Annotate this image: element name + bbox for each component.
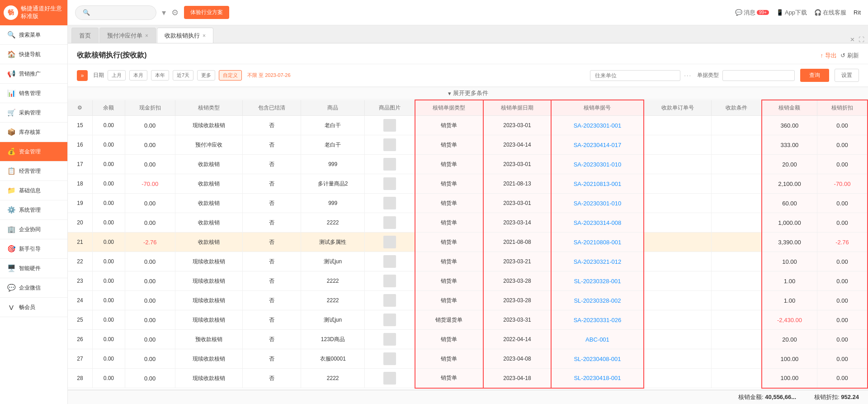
sidebar-item-member[interactable]: V 畅会员 [0,298,67,317]
filter-7days[interactable]: 近7天 [173,70,193,81]
tab-prepay[interactable]: 预付冲应付单 × [99,28,156,43]
cell-receipt-order [644,252,712,271]
report-no-link[interactable]: SA-20210813-001 [574,181,622,187]
filter-this-month[interactable]: 本月 [129,70,147,81]
filter-custom[interactable]: 自定义 [219,70,242,81]
cell-report-no: SL-20230408-001 [551,349,643,369]
tab-writeoff[interactable]: 收款核销执行 × [157,28,213,43]
cell-goods-image [364,213,415,233]
cell-balance: 0.00 [92,116,125,135]
report-no-link[interactable]: SL-20230328-001 [574,278,621,285]
partner-input[interactable] [590,70,680,81]
col-include-settled: 包含已结清 [242,100,301,116]
cell-cash-discount: 0.00 [125,252,175,271]
sidebar-item-inventory[interactable]: 📦 库存核算 [0,123,67,142]
sidebar-item-system[interactable]: ⚙️ 系统管理 [0,200,67,220]
online-service[interactable]: 🎧 在线客服 [814,9,846,17]
cell-include-settled: 否 [242,291,301,310]
app-download[interactable]: 📱 App下载 [776,9,807,17]
table-row: 28 0.00 0.00 现续收款核销 否 2222 销货单 2023-04-1… [68,369,868,388]
sidebar-item-wechat[interactable]: 💬 企业微信 [0,278,67,298]
cell-receipt-order [644,155,712,174]
user-label[interactable]: Rit [854,9,861,16]
cell-no: 23 [68,271,92,291]
settings-btn[interactable]: 设置 [835,69,859,82]
sidebar-item-basic-info[interactable]: 📁 基础信息 [0,181,67,200]
sidebar-item-newbie[interactable]: 🎯 新手引导 [0,239,67,259]
cell-include-settled: 否 [242,310,301,330]
filter-this-year[interactable]: 本年 [151,70,169,81]
table-row: 27 0.00 0.00 现续收款核销 否 衣服00001 销货单 2023-0… [68,349,868,369]
sidebar-item-sales[interactable]: 📊 销售管理 [0,84,67,103]
finance-label: 资金管理 [19,148,41,156]
cell-balance: 0.00 [92,155,125,174]
cell-no: 22 [68,252,92,271]
report-no-link[interactable]: SA-20230301-010 [574,200,622,207]
filter-last-month[interactable]: 上月 [108,70,126,81]
cell-writeoff-type: 收款核销 [175,174,242,194]
tab-fullscreen-icon[interactable]: ⛶ [859,36,864,43]
cell-writeoff-type: 收款核销 [175,213,242,233]
page-title: 收款核销执行(按收款) [77,51,147,60]
col-writeoff-discount: 核销折扣 [817,100,868,116]
sidebar-item-finance[interactable]: 💰 资金管理 [0,142,67,162]
cell-goods-image [364,252,415,271]
cell-cash-discount: -70.00 [125,174,175,194]
sidebar-item-smart-hw[interactable]: 🖥️ 智能硬件 [0,259,67,278]
report-no-link[interactable]: SA-20230314-008 [574,219,622,226]
report-no-link[interactable]: ABC-001 [585,336,609,343]
cell-receipt-condition [712,135,762,155]
settings-icon[interactable]: ⚙ [171,8,179,18]
main-area: 🔍 ▾ ⚙ 体验行业方案 💬 消息 99+ 📱 App下载 🎧 在线客服 Rit [68,0,868,404]
tab-home[interactable]: 首页 [71,28,99,43]
cell-include-settled: 否 [242,174,301,194]
col-gear[interactable]: ⚙ [68,100,92,116]
cell-receipt-order [644,116,712,135]
system-label: 系统管理 [19,206,41,214]
cell-include-settled: 否 [242,369,301,388]
export-btn[interactable]: ↑ 导出 [821,52,837,60]
report-no-link[interactable]: SL-20230408-001 [574,356,621,362]
logo-text: 畅捷通道好生意 标准版 [21,5,62,20]
sidebar-item-business[interactable]: 📋 经营管理 [0,162,67,181]
dropdown-icon[interactable]: ▾ [162,8,166,18]
sidebar-item-marketing[interactable]: 📢 营销推广 [0,64,67,84]
cell-report-no: SA-20230331-026 [551,310,643,330]
report-no-link[interactable]: SA-20230321-012 [574,258,622,265]
industry-btn[interactable]: 体验行业方案 [184,6,229,19]
query-btn[interactable]: 查询 [800,69,829,82]
report-no-link[interactable]: SA-20230331-026 [574,317,622,323]
sidebar-item-quick-nav[interactable]: 🏠 快捷导航 [0,45,67,64]
doc-type-select[interactable] [722,70,795,81]
cell-writeoff-discount: -70.00 [817,174,868,194]
report-no-link[interactable]: SA-20230301-010 [574,161,622,168]
cell-include-settled: 否 [242,194,301,213]
sidebar-item-purchase[interactable]: 🛒 采购管理 [0,103,67,123]
report-no-link[interactable]: SL-20230418-001 [574,375,621,381]
expand-bar[interactable]: ▾ 展开更多条件 [68,87,868,100]
cell-cash-discount: 0.00 [125,349,175,369]
cell-report-type: 销货单 [415,330,483,349]
tab-prepay-close[interactable]: × [145,33,148,39]
tab-writeoff-close[interactable]: × [203,33,206,39]
cell-goods-image [364,349,415,369]
message-area[interactable]: 💬 消息 99+ [735,9,769,17]
cell-report-type: 销货单 [415,271,483,291]
filter-more[interactable]: 更多 [197,70,215,81]
cell-goods: 测试jun [301,252,365,271]
report-no-link[interactable]: SL-20230328-002 [574,297,621,304]
report-no-link[interactable]: SA-20230301-001 [574,122,622,129]
enterprise-icon: 🏢 [7,225,15,233]
cell-balance: 0.00 [92,252,125,271]
report-no-link[interactable]: SA-20210808-001 [574,239,622,246]
report-no-link[interactable]: SA-20230414-017 [574,142,622,148]
cell-report-no: SA-20230301-010 [551,155,643,174]
refresh-btn[interactable]: ↺ 刷新 [840,52,859,60]
tab-close-all-icon[interactable]: ✕ [850,36,855,43]
col-cash-discount: 现金折扣 [125,100,175,116]
partner-dots[interactable]: ··· [684,72,692,79]
cell-writeoff-type: 预付冲应收 [175,135,242,155]
sidebar-item-search[interactable]: 🔍 搜索菜单 [0,25,67,45]
sidebar-item-enterprise[interactable]: 🏢 企业协同 [0,220,67,239]
filter-expand-btn[interactable]: » [77,70,88,81]
